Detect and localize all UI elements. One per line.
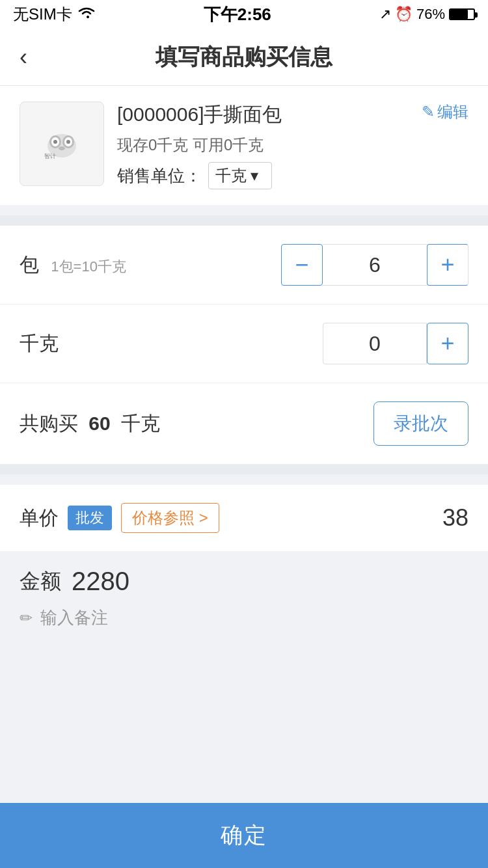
product-image: 智计 [20,102,104,186]
price-section: 单价 批发 价格参照 > 38 [0,485,488,551]
bao-row: 包 1包=10千克 − + [0,226,488,305]
location-icon: ↗ [379,6,391,23]
edit-icon: ✎ [422,103,435,121]
wifi-icon [77,5,96,23]
alarm-icon: ⏰ [395,6,413,23]
amount-label: 金额 [20,567,61,596]
input-section: 包 1包=10千克 − + 千克 + [0,226,488,383]
status-bar: 无SIM卡 下午2:56 ↗ ⏰ 76% [0,0,488,29]
unit-value: 千克 [215,165,247,186]
kg-plus-button[interactable]: + [427,323,468,364]
status-time: 下午2:56 [204,3,271,26]
bao-label: 包 1包=10千克 [20,252,281,278]
total-text: 共购买 60 千克 [20,411,373,437]
amount-value: 2280 [72,567,129,596]
bao-qty-control: − + [281,244,468,286]
price-ref-button[interactable]: 价格参照 > [121,503,219,533]
page-title: 填写商品购买信息 [156,42,332,72]
bao-qty-input[interactable] [323,244,427,286]
svg-point-6 [66,140,70,144]
kg-label: 千克 [20,331,323,357]
unit-select[interactable]: 千克 ▾ [208,162,272,189]
product-card: 智计 [0000006]手撕面包 ✎ 编辑 现存0千克 可用0千克 销售单位： … [0,86,488,205]
battery-percent: 76% [416,6,445,23]
bao-minus-button[interactable]: − [281,244,323,286]
kg-qty-input[interactable] [323,323,427,364]
edit-label: 编辑 [437,102,468,122]
product-unit: 销售单位： 千克 ▾ [117,162,468,189]
carrier-text: 无SIM卡 [13,4,72,25]
kg-qty-control: + [323,323,468,364]
bao-plus-button[interactable]: + [427,244,468,286]
amount-section: 金额 2280 ✏ 输入备注 [0,551,488,647]
product-name: [0000006]手撕面包 [117,102,282,128]
total-row: 共购买 60 千克 录批次 [0,383,488,464]
section-separator-1 [0,215,488,226]
total-amount: 60 [88,413,110,434]
unit-arrow-icon: ▾ [251,167,258,185]
record-batch-button[interactable]: 录批次 [373,401,468,446]
unit-label: 销售单位： [117,165,202,187]
price-row: 单价 批发 价格参照 > 38 [20,503,468,533]
kg-row: 千克 + [0,305,488,383]
product-stock: 现存0千克 可用0千克 [117,135,468,156]
product-info: [0000006]手撕面包 ✎ 编辑 现存0千克 可用0千克 销售单位： 千克 … [117,102,468,189]
status-right: ↗ ⏰ 76% [379,6,475,23]
amount-row: 金额 2280 [20,567,468,596]
back-button[interactable]: ‹ [20,44,27,71]
bao-sub: 1包=10千克 [51,258,126,275]
section-separator-2 [0,464,488,474]
svg-point-5 [53,140,57,144]
remark-row[interactable]: ✏ 输入备注 [20,606,468,629]
battery-icon [449,8,475,20]
edit-button[interactable]: ✎ 编辑 [422,102,468,122]
nav-bar: ‹ 填写商品购买信息 [0,29,488,86]
status-left: 无SIM卡 [13,4,96,25]
product-thumbnail: 智计 [39,128,85,160]
price-value: 38 [442,504,468,532]
confirm-button[interactable]: 确定 [0,803,488,868]
price-type-tag: 批发 [68,506,112,530]
remark-label: 输入备注 [40,606,108,629]
svg-text:智计: 智计 [44,153,56,159]
price-label: 单价 [20,505,59,532]
svg-point-7 [59,146,65,150]
pencil-icon: ✏ [20,609,33,627]
